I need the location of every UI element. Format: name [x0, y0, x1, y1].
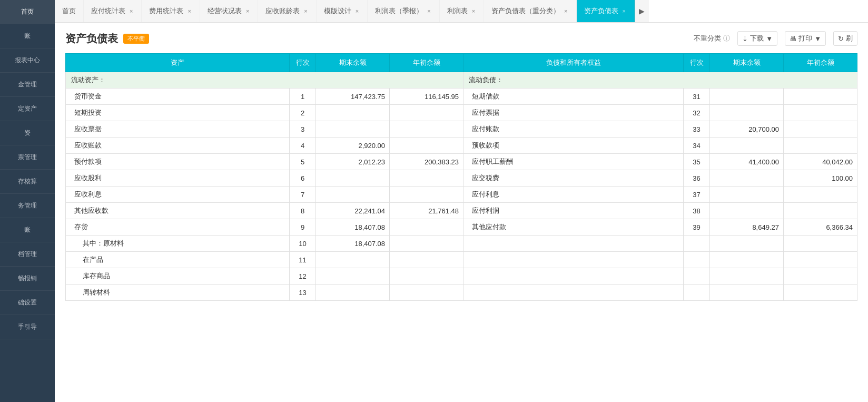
- cell-left-begin: 200,383.23: [390, 154, 463, 170]
- cell-right-row: [684, 268, 710, 285]
- sidebar-item-fund[interactable]: 金管理: [0, 73, 55, 97]
- cell-right-row: 34: [684, 138, 710, 154]
- cell-left-name: 短期投资: [66, 105, 290, 121]
- tab-more-button[interactable]: ▶: [635, 0, 649, 22]
- sidebar-item-affairs[interactable]: 务管理: [0, 194, 55, 218]
- cell-right-row: 33: [684, 121, 710, 138]
- sidebar-item-tickets[interactable]: 票管理: [0, 145, 55, 170]
- tab-profit-quarterly[interactable]: 利润表（季报） ×: [368, 0, 439, 22]
- tab-template-design-close[interactable]: ×: [354, 8, 360, 14]
- tab-balance-close[interactable]: ×: [622, 8, 627, 14]
- help-icon[interactable]: ⓘ: [723, 34, 730, 43]
- tab-operations[interactable]: 经营状况表 ×: [200, 0, 258, 22]
- sidebar-item-settings[interactable]: 础设置: [0, 291, 55, 315]
- refresh-icon: ↻: [838, 35, 844, 43]
- cell-left-end: [316, 105, 390, 121]
- sidebar-item-home[interactable]: 首页: [0, 0, 55, 24]
- cell-left-begin: [390, 285, 463, 301]
- cell-right-row: [684, 285, 710, 301]
- sidebar-item-reports[interactable]: 报表中心: [0, 48, 55, 73]
- cell-left-name: 预付款项: [66, 154, 290, 170]
- cell-left-end: [316, 121, 390, 138]
- cell-left-row: 9: [290, 219, 316, 236]
- sidebar-item-expense[interactable]: 畅报销: [0, 267, 55, 291]
- print-button[interactable]: 🖶 打印 ▼: [785, 31, 826, 46]
- cell-left-begin: [390, 219, 463, 236]
- cell-left-end: [316, 285, 390, 301]
- cell-right-begin: 100.00: [784, 170, 857, 187]
- cell-left-begin: [390, 187, 463, 203]
- sidebar-item-guide[interactable]: 手引导: [0, 315, 55, 339]
- tab-home[interactable]: 首页: [55, 0, 84, 22]
- cell-right-row: [684, 252, 710, 268]
- cell-right-begin: [784, 138, 857, 154]
- tab-ap-summary[interactable]: 应付统计表 ×: [84, 0, 142, 22]
- cell-left-end: [316, 187, 390, 203]
- main-area: 首页 应付统计表 × 费用统计表 × 经营状况表 × 应收账龄表 × 模版设计 …: [55, 0, 868, 402]
- cell-left-row: 8: [290, 203, 316, 219]
- tab-profit[interactable]: 利润表 ×: [440, 0, 484, 22]
- cell-right-begin: [784, 236, 857, 252]
- tab-profit-quarterly-close[interactable]: ×: [426, 8, 431, 14]
- cell-left-begin: [390, 236, 463, 252]
- cell-right-name: [463, 236, 684, 252]
- tab-expense-summary[interactable]: 费用统计表 ×: [142, 0, 200, 22]
- tab-ar-aging-close[interactable]: ×: [303, 8, 308, 14]
- cell-right-row: 36: [684, 170, 710, 187]
- tab-template-design[interactable]: 模版设计 ×: [317, 0, 368, 22]
- sidebar-item-assets[interactable]: 定资产: [0, 97, 55, 121]
- cell-left-end: 18,407.08: [316, 236, 390, 252]
- cell-right-name: 短期借款: [463, 89, 684, 105]
- cell-right-end: [710, 170, 784, 187]
- header-begin-balance-left: 年初余额: [390, 54, 463, 72]
- cell-left-name: 库存商品: [66, 268, 290, 285]
- cell-left-begin: 116,145.95: [390, 89, 463, 105]
- tab-balance-reclassified[interactable]: 资产负债表（重分类） ×: [484, 0, 576, 22]
- tab-expense-summary-close[interactable]: ×: [186, 8, 192, 14]
- cell-right-name: 应付账款: [463, 121, 684, 138]
- header-row-right: 行次: [684, 54, 710, 72]
- header-end-balance-right: 期末余额: [710, 54, 784, 72]
- cell-left-row: 1: [290, 89, 316, 105]
- cell-left-begin: [390, 170, 463, 187]
- download-button[interactable]: ⇣ 下载 ▼: [737, 31, 777, 46]
- cell-left-name: 存货: [66, 219, 290, 236]
- cell-right-end: [710, 236, 784, 252]
- cell-left-row: 2: [290, 105, 316, 121]
- sidebar-item-ledger[interactable]: 账: [0, 24, 55, 48]
- cell-left-begin: [390, 268, 463, 285]
- cell-left-name: 应收股利: [66, 170, 290, 187]
- tab-profit-close[interactable]: ×: [471, 8, 476, 14]
- tab-balance[interactable]: 资产负债表 ×: [577, 0, 635, 22]
- cell-right-name: 应交税费: [463, 170, 684, 187]
- cell-right-begin: [784, 268, 857, 285]
- tab-ar-aging[interactable]: 应收账龄表 ×: [258, 0, 316, 22]
- cell-right-begin: [784, 285, 857, 301]
- sidebar: 首页 账 报表中心 金管理 定资产 资 票管理 存核算 务管理 账 档管理 畅报…: [0, 0, 55, 402]
- cell-left-begin: 21,761.48: [390, 203, 463, 219]
- cell-left-row: 10: [290, 236, 316, 252]
- cell-right-begin: [784, 187, 857, 203]
- cell-right-begin: 40,042.00: [784, 154, 857, 170]
- cell-right-name: 应付票据: [463, 105, 684, 121]
- tab-operations-close[interactable]: ×: [245, 8, 250, 14]
- cell-right-row: 38: [684, 203, 710, 219]
- tab-ap-summary-close[interactable]: ×: [129, 8, 134, 14]
- sidebar-item-investment[interactable]: 资: [0, 121, 55, 145]
- sidebar-item-archive[interactable]: 档管理: [0, 242, 55, 267]
- sidebar-item-inventory[interactable]: 存核算: [0, 170, 55, 194]
- tab-balance-reclassified-close[interactable]: ×: [563, 8, 568, 14]
- header-row-left: 行次: [290, 54, 316, 72]
- cell-left-begin: [390, 105, 463, 121]
- sidebar-item-accounts[interactable]: 账: [0, 218, 55, 242]
- download-icon: ⇣: [742, 35, 748, 43]
- tab-bar: 首页 应付统计表 × 费用统计表 × 经营状况表 × 应收账龄表 × 模版设计 …: [55, 0, 868, 23]
- refresh-button[interactable]: ↻ 刷: [833, 31, 857, 46]
- cell-right-end: 20,700.00: [710, 121, 784, 138]
- cell-right-begin: [784, 203, 857, 219]
- header-begin-balance-right: 年初余额: [784, 54, 857, 72]
- cell-left-begin: [390, 121, 463, 138]
- page-header: 资产负债表 不平衡 不重分类 ⓘ ⇣ 下载 ▼ 🖶 打印 ▼: [65, 31, 857, 46]
- cell-left-name: 周转材料: [66, 285, 290, 301]
- cell-right-name: [463, 252, 684, 268]
